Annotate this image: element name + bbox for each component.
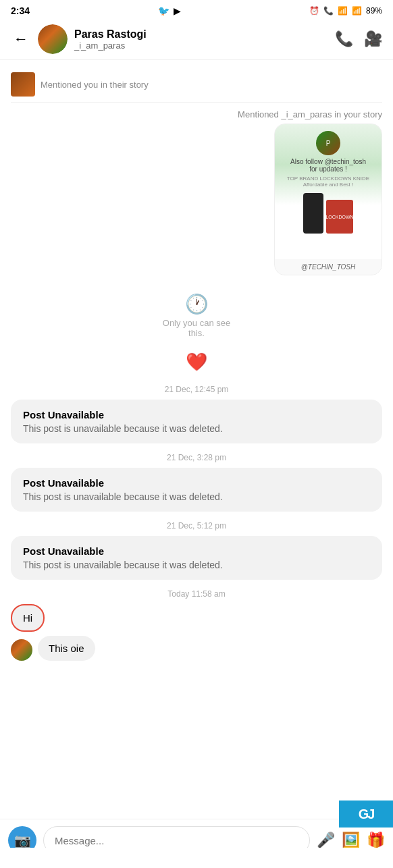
timestamp-4: Today 11:58 am: [11, 584, 382, 604]
story-mention-text: Mentioned you in their story: [41, 80, 149, 90]
gif-button[interactable]: 🎁: [367, 832, 385, 849]
heart-icon: ❤️: [186, 352, 207, 373]
alarm-icon: ⏰: [309, 6, 319, 16]
sent-story-message: P Also follow @techin_tosh for updates !…: [11, 124, 382, 275]
post-unavailable-2[interactable]: Post Unavailable This post is unavailabl…: [11, 468, 382, 512]
post-unavailable-title-2: Post Unavailable: [23, 477, 370, 489]
camera-icon: 📷: [14, 832, 31, 848]
message-this-oie-row: This oie: [11, 636, 382, 661]
post-unavailable-title-3: Post Unavailable: [23, 545, 370, 557]
timestamp-1: 21 Dec, 12:45 pm: [11, 379, 382, 400]
wifi-icon: 📶: [338, 6, 348, 16]
post-unavailable-text-1: This post is unavailable because it was …: [23, 423, 370, 434]
watermark: GJ: [339, 801, 393, 828]
message-this-oie-bubble[interactable]: This oie: [38, 636, 95, 661]
back-button[interactable]: ←: [11, 28, 31, 51]
message-hi-row: Hi: [11, 604, 382, 632]
system-icons: ⏰ 📞 📶 📶 89%: [309, 6, 382, 16]
video-call-button[interactable]: 🎥: [364, 30, 382, 48]
timestamp-2: 21 Dec, 3:28 pm: [11, 447, 382, 468]
social-icons: 🐦 ▶: [158, 5, 181, 16]
story-image-card[interactable]: P Also follow @techin_tosh for updates !…: [274, 124, 382, 275]
story-image-content: P Also follow @techin_tosh for updates !…: [275, 124, 382, 259]
product-shaver: [303, 193, 323, 234]
time: 2:34: [11, 5, 30, 16]
gallery-button[interactable]: 🖼️: [342, 832, 360, 849]
call-button[interactable]: 📞: [335, 30, 353, 48]
history-icon: 🕐: [185, 293, 209, 315]
contact-username: _i_am_paras: [74, 40, 328, 51]
mic-button[interactable]: 🎤: [317, 832, 335, 849]
chat-area: Mentioned you in their story Mentioned _…: [0, 60, 393, 803]
sender-avatar: [11, 639, 32, 661]
header-actions: 📞 🎥: [335, 30, 382, 48]
youtube-icon: ▶: [174, 5, 181, 16]
product-box: LOCKDOWN: [326, 200, 353, 234]
contact-avatar[interactable]: [38, 24, 68, 54]
battery-text: 89%: [366, 6, 382, 16]
call-icon: 📞: [323, 6, 334, 16]
story-sent-caption: Mentioned _i_am_paras in your story: [11, 109, 382, 119]
signal-icon: 📶: [352, 6, 362, 16]
only-you-text: Only you can seethis.: [163, 318, 230, 338]
story-thumbnail: [11, 72, 35, 97]
story-follow-text: Also follow @techin_tosh for updates !: [290, 158, 366, 173]
message-hi-bubble[interactable]: Hi: [11, 604, 45, 632]
post-unavailable-text-2: This post is unavailable because it was …: [23, 491, 370, 502]
contact-info[interactable]: Paras Rastogi _i_am_paras: [74, 28, 328, 51]
status-bar: 2:34 🐦 ▶ ⏰ 📞 📶 📶 89%: [0, 0, 393, 19]
post-unavailable-text-3: This post is unavailable because it was …: [23, 560, 370, 570]
story-profile-pic: P: [316, 131, 340, 155]
story-mention-notification: Mentioned you in their story: [11, 67, 382, 103]
post-unavailable-title-1: Post Unavailable: [23, 409, 370, 421]
only-you-notice: 🕐 Only you can seethis.: [11, 279, 382, 345]
timestamp-3: 21 Dec, 5:12 pm: [11, 516, 382, 536]
story-handle: @TECHIN_TOSH: [275, 259, 382, 275]
story-products: LOCKDOWN: [303, 193, 353, 234]
twitter-icon: 🐦: [158, 5, 169, 16]
contact-name: Paras Rastogi: [74, 28, 328, 40]
chat-header: ← Paras Rastogi _i_am_paras 📞 🎥: [0, 19, 393, 60]
home-indicator-area: [0, 848, 393, 868]
heart-reaction: ❤️: [11, 345, 382, 379]
post-unavailable-1[interactable]: Post Unavailable This post is unavailabl…: [11, 400, 382, 443]
story-tagline: TOP BRAND LOCKDOWN KNIDEAffordable and B…: [287, 175, 369, 188]
post-unavailable-3[interactable]: Post Unavailable This post is unavailabl…: [11, 536, 382, 580]
